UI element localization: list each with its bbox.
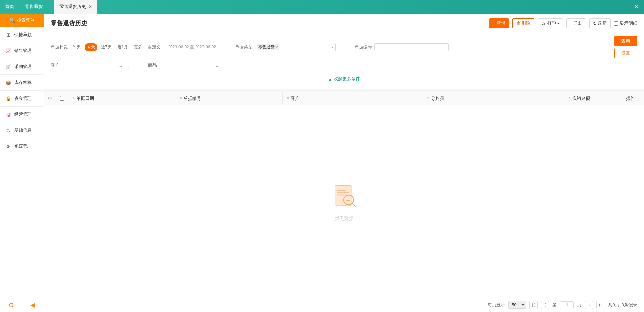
toolbar: + 新增 🗑 删除 🖨 打印 ▾ ↑ 导出 ↻ 刷新 <box>489 18 637 28</box>
date-btn-7days[interactable]: 近7天 <box>99 43 114 51</box>
svg-rect-3 <box>337 194 344 195</box>
operations-icon: 📊 <box>5 111 11 117</box>
page-title: 零售退货历史 <box>51 19 87 27</box>
th-amount-sort-icon[interactable]: ⇅ <box>568 96 571 100</box>
doc-type-select[interactable]: 零售退货 ✕ ▾ <box>255 43 336 51</box>
collapse-icon: ▲ <box>328 76 332 82</box>
page-title-row: 零售退货历史 + 新增 🗑 删除 🖨 打印 ▾ ↑ 导出 ↻ <box>51 18 637 28</box>
customer-ellipsis: ... <box>119 63 122 68</box>
th-ops-label: 操作 <box>626 95 635 102</box>
sidebar-search[interactable]: 🔍 搜索菜单 <box>0 14 44 27</box>
tab-retail-return-history[interactable]: 零售退货历史 ✕ <box>54 0 97 14</box>
empty-state: 暂无数据 <box>44 105 644 297</box>
tab-retail-return[interactable]: 零售退货 ✕ <box>20 0 54 14</box>
tab-retail-return-history-label: 零售退货历史 <box>59 4 86 10</box>
delete-button[interactable]: 🗑 删除 <box>512 18 534 28</box>
th-doc-num-sort-icon[interactable]: ⇅ <box>180 96 182 100</box>
sidebar-item-quick-nav[interactable]: ⊞ 快捷导航 <box>0 27 44 43</box>
next-page-button[interactable]: ⟩ <box>585 301 593 309</box>
th-select-all[interactable] <box>56 92 68 105</box>
th-doc-date-sort-icon[interactable]: ⇅ <box>72 96 75 100</box>
sidebar-item-basic-info-label: 基础信息 <box>14 127 32 133</box>
date-filter-item: 单据日期 昨天 今天 近7天 近1月 更多 自定义 <box>51 43 163 51</box>
prev-page-button[interactable]: ⟨ <box>541 301 549 309</box>
collapse-label: 收起更多条件 <box>334 76 360 82</box>
doc-num-filter-item: 单据编号 <box>355 43 449 51</box>
page-size-select[interactable]: 20 50 100 200 <box>508 301 526 309</box>
sidebar-item-sales-label: 销售管理 <box>14 48 32 54</box>
tab-retail-return-history-close[interactable]: ✕ <box>89 4 92 9</box>
th-customer: ⇅ 客户 <box>283 92 423 105</box>
date-range-item: 2023-06-02 至 2023-06-02 <box>168 44 216 50</box>
date-range-display: 2023-06-02 至 2023-06-02 <box>168 44 216 50</box>
export-button[interactable]: ↑ 导出 <box>566 18 586 28</box>
query-settings-col: 查询 设置 <box>614 36 637 58</box>
empty-icon <box>329 181 359 211</box>
select-all-checkbox[interactable] <box>60 96 64 101</box>
quick-nav-icon: ⊞ <box>5 32 11 38</box>
page-label: 第 <box>552 302 557 308</box>
doc-type-tag-label: 零售退货 <box>258 44 275 50</box>
show-detail-checkbox[interactable] <box>614 21 618 26</box>
show-detail-label: 显示明细 <box>620 20 637 26</box>
filter-settings-button[interactable]: 设置 <box>614 48 637 58</box>
th-column-settings[interactable]: ⚙ <box>44 92 56 105</box>
customer-select[interactable]: ... <box>62 62 129 69</box>
export-label: 导出 <box>573 20 582 26</box>
sales-icon: 📈 <box>5 48 11 54</box>
tab-retail-return-label: 零售退货 <box>25 4 43 10</box>
collapse-sidebar-icon[interactable]: ◀ <box>30 301 35 309</box>
sidebar-item-inventory[interactable]: 📦 库存核算 <box>0 75 44 91</box>
export-icon: ↑ <box>570 21 572 26</box>
sidebar-item-operations-label: 经营管理 <box>14 111 32 117</box>
sidebar-item-system-label: 系统管理 <box>14 143 32 149</box>
sidebar-nav: ⊞ 快捷导航 📈 销售管理 🛒 采购管理 📦 库存核算 🔒 资金管理 📊 <box>0 27 44 297</box>
first-page-button[interactable]: ⟨⟨ <box>529 301 538 309</box>
total-info: 共0页, 0条记录 <box>608 302 637 308</box>
new-button[interactable]: + 新增 <box>489 18 509 28</box>
filter-row-2: 客户 ... 商品 ... <box>51 62 637 85</box>
date-btn-1month[interactable]: 近1月 <box>115 43 130 51</box>
date-btn-more[interactable]: 更多 <box>132 43 144 51</box>
refresh-button[interactable]: ↻ 刷新 <box>589 18 611 28</box>
refresh-icon: ↻ <box>593 21 597 26</box>
tab-retail-return-close[interactable]: ✕ <box>45 4 49 9</box>
filter-row-1: 单据日期 昨天 今天 近7天 近1月 更多 自定义 2023-06-02 至 2… <box>51 36 637 58</box>
query-button[interactable]: 查询 <box>614 36 637 46</box>
goods-filter-item: 商品 ... <box>148 62 226 69</box>
doc-num-input[interactable] <box>374 43 449 51</box>
th-doc-date: ⇅ 单据日期 <box>68 92 175 105</box>
date-btn-today[interactable]: 今天 <box>85 43 97 51</box>
top-bar-right: ✕ <box>628 3 644 10</box>
sidebar-item-finance[interactable]: 🔒 资金管理 <box>0 91 44 107</box>
page-number-input[interactable] <box>560 301 574 308</box>
sidebar-item-sales[interactable]: 📈 销售管理 <box>0 43 44 59</box>
show-detail-checkbox-label[interactable]: 显示明细 <box>614 20 637 26</box>
th-amount-area: ⇅ 实销金额 <box>563 95 617 102</box>
sidebar-item-purchase[interactable]: 🛒 采购管理 <box>0 59 44 75</box>
doc-type-tag-close[interactable]: ✕ <box>275 45 278 49</box>
sidebar: 🔍 搜索菜单 ⊞ 快捷导航 📈 销售管理 🛒 采购管理 📦 库存核算 🔒 <box>0 14 44 312</box>
last-page-button[interactable]: ⟩⟩ <box>596 301 604 309</box>
purchase-icon: 🛒 <box>5 64 11 70</box>
sidebar-search-label: 搜索菜单 <box>17 17 34 23</box>
svg-rect-1 <box>337 190 346 191</box>
date-btn-custom[interactable]: 自定义 <box>146 43 163 51</box>
close-window-button[interactable]: ✕ <box>634 3 639 10</box>
print-button[interactable]: 🖨 打印 ▾ <box>538 18 563 28</box>
collapse-filter-button[interactable]: ▲ 收起更多条件 <box>328 74 360 85</box>
sidebar-item-operations[interactable]: 📊 经营管理 <box>0 107 44 122</box>
basic-info-icon: 🗂 <box>5 127 11 133</box>
goods-select[interactable]: ... <box>159 62 226 69</box>
th-customer-sort-icon[interactable]: ⇅ <box>287 96 289 100</box>
sidebar-item-system[interactable]: ⚙ 系统管理 <box>0 138 44 154</box>
date-btn-yesterday[interactable]: 昨天 <box>70 43 83 51</box>
sidebar-item-basic-info[interactable]: 🗂 基础信息 <box>0 122 44 138</box>
print-icon: 🖨 <box>542 21 546 26</box>
tab-home[interactable]: 首页 <box>0 0 20 14</box>
th-guide-label: 导购员 <box>431 95 444 102</box>
sidebar-bottom: ⚙ ◀ <box>0 297 44 312</box>
main-layout: 🔍 搜索菜单 ⊞ 快捷导航 📈 销售管理 🛒 采购管理 📦 库存核算 🔒 <box>0 14 644 312</box>
settings-bottom-icon[interactable]: ⚙ <box>8 301 14 309</box>
th-guide-sort-icon[interactable]: ⇅ <box>427 96 430 100</box>
